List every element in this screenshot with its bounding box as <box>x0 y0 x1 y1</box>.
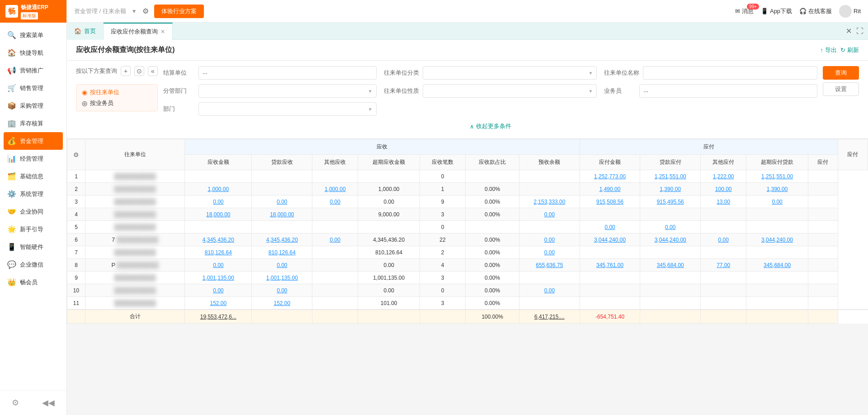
sidebar-settings-button[interactable]: ⚙ <box>9 395 22 410</box>
data-cell[interactable]: 1,390.00 <box>640 183 701 196</box>
data-cell[interactable]: 0.00 <box>701 234 746 246</box>
filter-collapse-button[interactable]: ∧ 收起更多条件 <box>470 122 511 130</box>
message-button[interactable]: ✉ 消息 99+ <box>735 7 754 15</box>
department-input[interactable]: ▼ <box>198 102 377 116</box>
data-cell[interactable] <box>312 208 358 221</box>
data-cell[interactable]: 152.00 <box>185 297 252 310</box>
sidebar-item-finance[interactable]: 💰 资金管理 <box>4 132 63 150</box>
data-cell[interactable] <box>185 221 252 234</box>
data-cell[interactable]: 0.00 <box>746 196 808 208</box>
data-cell[interactable]: 0.00 <box>640 221 701 234</box>
app-download-button[interactable]: 📱 App下载 <box>761 7 792 15</box>
data-cell[interactable]: 345,684.00 <box>640 259 701 272</box>
data-cell[interactable]: 1,000.00 <box>312 183 358 196</box>
sidebar-item-inventory[interactable]: 🏢 库存核算 <box>0 114 66 132</box>
unit-name-input[interactable] <box>643 66 817 80</box>
footer-prepaid[interactable]: 6,417,215.... <box>519 310 580 324</box>
sidebar-item-smart-hw[interactable]: 📱 智能硬件 <box>0 238 66 256</box>
data-cell[interactable]: 2,153,333.00 <box>519 196 580 208</box>
export-button[interactable]: ↑ 导出 <box>821 46 837 54</box>
data-cell[interactable] <box>185 170 252 183</box>
data-cell[interactable]: 655,636.75 <box>519 259 580 272</box>
fullscreen-icon[interactable]: ⛶ <box>856 27 863 35</box>
branch-dept-input[interactable]: ▼ <box>198 84 377 98</box>
data-cell[interactable]: 0.00 <box>519 246 580 259</box>
refresh-button[interactable]: ↻ 刷新 <box>840 46 859 54</box>
data-cell[interactable]: 18,000.00 <box>252 208 312 221</box>
data-cell[interactable]: 1,252,773.00 <box>580 170 640 183</box>
filter-add-button[interactable]: + <box>121 66 131 76</box>
header-settings-icon[interactable]: ⚙ <box>142 7 149 15</box>
data-cell[interactable]: 1,251,551.00 <box>640 170 701 183</box>
sidebar-item-sales[interactable]: 🛒 销售管理 <box>0 79 66 97</box>
sidebar-item-corp-wechat[interactable]: 💬 企业微信 <box>0 256 66 273</box>
data-cell[interactable]: 0.00 <box>312 234 358 246</box>
unit-nature-input[interactable]: ▼ <box>423 84 597 98</box>
data-cell[interactable]: 345,684.00 <box>746 259 808 272</box>
data-cell[interactable]: 152.00 <box>252 297 312 310</box>
tab-home[interactable]: 🏠 首页 <box>67 23 104 40</box>
data-cell[interactable]: 0.00 <box>185 196 252 208</box>
data-cell[interactable]: 77.00 <box>701 259 746 272</box>
sidebar-item-guide[interactable]: 🌟 新手引导 <box>0 220 66 238</box>
online-service-button[interactable]: 🎧 在线客服 <box>799 7 832 15</box>
data-cell[interactable]: 1,251,551.00 <box>746 170 808 183</box>
data-cell[interactable]: 3,044,240.00 <box>640 234 701 246</box>
sidebar-item-member[interactable]: 👑 畅会员 <box>0 273 66 291</box>
filter-settings-button[interactable]: 设置 <box>823 82 859 96</box>
data-cell[interactable]: 0.00 <box>252 284 312 297</box>
data-cell[interactable]: 810,126.64 <box>252 246 312 259</box>
data-cell[interactable] <box>312 170 358 183</box>
data-cell[interactable]: 4,345,436.20 <box>252 234 312 246</box>
tab-balance-query[interactable]: 应收应付余额查询 ✕ <box>104 23 173 40</box>
solution-button[interactable]: 体验行业方案 <box>154 5 204 18</box>
data-cell[interactable] <box>252 221 312 234</box>
data-cell[interactable]: 1,000.00 <box>185 183 252 196</box>
sidebar-item-quick-nav[interactable]: 🏠 快捷导航 <box>0 44 66 62</box>
data-cell[interactable]: 915,508.56 <box>580 196 640 208</box>
data-cell[interactable] <box>312 221 358 234</box>
footer-ar-amount[interactable]: 19,553,472,6... <box>185 310 252 324</box>
data-cell[interactable] <box>252 183 312 196</box>
data-cell[interactable]: 1,390.00 <box>746 183 808 196</box>
data-cell[interactable]: 1,490.00 <box>580 183 640 196</box>
breadcrumb-dropdown-icon[interactable]: ▼ <box>132 8 137 14</box>
settlement-unit-input[interactable]: ··· <box>198 66 377 80</box>
data-cell[interactable]: 1,222.00 <box>701 170 746 183</box>
data-cell[interactable]: 0.00 <box>185 259 252 272</box>
data-cell[interactable] <box>252 170 312 183</box>
data-cell[interactable]: 0.00 <box>252 259 312 272</box>
data-cell[interactable] <box>312 246 358 259</box>
close-window-icon[interactable]: ✕ <box>846 27 852 35</box>
data-cell[interactable]: 0.00 <box>580 221 640 234</box>
data-cell[interactable]: 3,044,240.00 <box>746 234 808 246</box>
data-cell[interactable]: 345,761.00 <box>580 259 640 272</box>
filter-method-by-staff[interactable]: ◎ 按业务员 <box>82 99 152 107</box>
tab-close-icon[interactable]: ✕ <box>160 29 165 35</box>
sidebar-collapse-button[interactable]: ◀◀ <box>39 395 57 410</box>
data-cell[interactable]: 0.00 <box>252 196 312 208</box>
filter-method-by-unit[interactable]: ◉ 按往来单位 <box>82 88 152 96</box>
data-cell[interactable]: 1,001,135.00 <box>185 272 252 284</box>
data-cell[interactable] <box>312 259 358 272</box>
user-profile[interactable]: Rit <box>839 5 861 18</box>
sidebar-item-marketing[interactable]: 📢 营销推广 <box>0 62 66 79</box>
data-cell[interactable]: 18,000.00 <box>185 208 252 221</box>
data-cell[interactable] <box>312 297 358 310</box>
data-cell[interactable]: 0.00 <box>312 196 358 208</box>
data-cell[interactable]: 0.00 <box>519 284 580 297</box>
sidebar-item-system[interactable]: ⚙️ 系统管理 <box>0 185 66 203</box>
sidebar-item-corp-collab[interactable]: 🤝 企业协同 <box>0 203 66 220</box>
data-cell[interactable]: 3,044,240.00 <box>580 234 640 246</box>
data-cell[interactable]: 4,345,436.20 <box>185 234 252 246</box>
sidebar-item-operation[interactable]: 📊 经营管理 <box>0 150 66 167</box>
filter-settings-icon[interactable]: ⊙ <box>134 66 144 76</box>
data-cell[interactable] <box>312 284 358 297</box>
query-button[interactable]: 查询 <box>823 66 859 80</box>
data-cell[interactable]: 0.00 <box>519 234 580 246</box>
unit-category-input[interactable]: ▼ <box>423 66 597 80</box>
sidebar-item-basic[interactable]: 🗂️ 基础信息 <box>0 167 66 185</box>
data-cell[interactable]: 100.00 <box>701 183 746 196</box>
sidebar-item-search[interactable]: 🔍 搜索菜单 <box>0 26 66 44</box>
salesperson-input[interactable]: ··· <box>639 84 817 98</box>
